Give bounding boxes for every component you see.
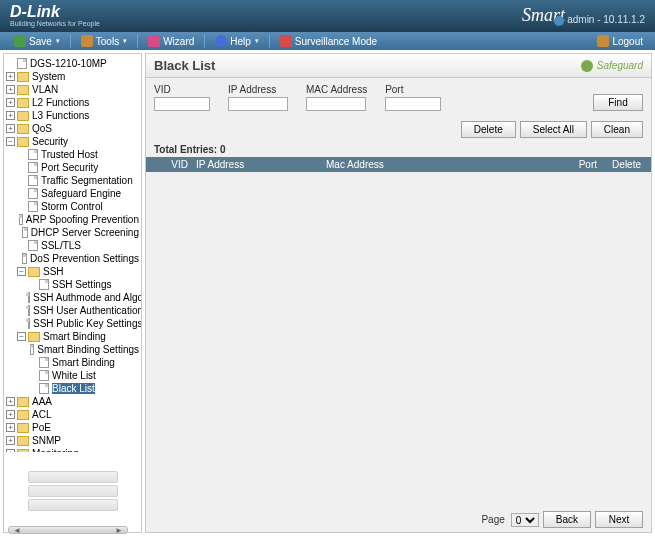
table-header: VID IP Address Mac Address Port Delete — [146, 157, 651, 172]
surveillance-menu[interactable]: Surveillance Mode — [272, 35, 385, 47]
expand-icon[interactable]: + — [6, 124, 15, 133]
filter-row: VID IP Address MAC Address Port Find — [146, 78, 651, 117]
tree-ssh-auth[interactable]: SSH Authmode and Algorithm — [6, 291, 139, 304]
help-menu[interactable]: Help▾ — [207, 35, 267, 47]
tree-acl[interactable]: +ACL — [6, 408, 139, 421]
tree-ssl[interactable]: SSL/TLS — [6, 239, 139, 252]
expand-icon[interactable]: + — [6, 436, 15, 445]
folder-icon — [17, 397, 29, 407]
expand-icon[interactable]: + — [6, 111, 15, 120]
col-mac: Mac Address — [322, 159, 561, 170]
page-select[interactable]: 01 — [511, 513, 539, 527]
chevron-down-icon: ▾ — [123, 37, 127, 45]
tree-sb-binding[interactable]: Smart Binding — [6, 356, 139, 369]
expand-icon[interactable]: + — [6, 72, 15, 81]
page-icon — [39, 383, 49, 394]
tree-poe[interactable]: +PoE — [6, 421, 139, 434]
ip-input[interactable] — [228, 97, 288, 111]
folder-icon — [17, 85, 29, 95]
content-panel: Black List Safeguard VID IP Address MAC … — [145, 53, 652, 533]
col-ip: IP Address — [192, 159, 322, 170]
expand-icon[interactable]: + — [6, 85, 15, 94]
tree-traffic-seg[interactable]: Traffic Segmentation — [6, 174, 139, 187]
tree-safeguard[interactable]: Safeguard Engine — [6, 187, 139, 200]
page-icon — [28, 318, 30, 329]
tree-port-security[interactable]: Port Security — [6, 161, 139, 174]
tree-vlan[interactable]: +VLAN — [6, 83, 139, 96]
chevron-right-icon: ► — [115, 526, 123, 535]
chevron-down-icon: ▾ — [255, 37, 259, 45]
collapse-icon[interactable]: − — [17, 267, 26, 276]
menu-bar: Save▾ Tools▾ Wizard Help▾ Surveillance M… — [0, 32, 655, 50]
clean-button[interactable]: Clean — [591, 121, 643, 138]
expand-icon[interactable]: + — [6, 410, 15, 419]
port-input[interactable] — [385, 97, 441, 111]
expand-icon[interactable]: + — [6, 423, 15, 432]
tree-sb-black[interactable]: Black List — [6, 382, 139, 395]
page-icon — [28, 162, 38, 173]
chevron-left-icon: ◄ — [13, 526, 21, 535]
admin-info: admin - 10.11.1.2 — [554, 14, 645, 26]
tree-ssh-settings[interactable]: SSH Settings — [6, 278, 139, 291]
nav-sidebar: DGS-1210-10MP +System +VLAN +L2 Function… — [3, 53, 142, 533]
page-icon — [22, 227, 28, 238]
tree-qos[interactable]: +QoS — [6, 122, 139, 135]
tree-ssh-pub[interactable]: SSH Public Key Settings — [6, 317, 139, 330]
collapse-icon[interactable]: − — [17, 332, 26, 341]
col-delete: Delete — [601, 159, 645, 170]
tree-trusted-host[interactable]: Trusted Host — [6, 148, 139, 161]
ip-label: IP Address — [228, 84, 288, 95]
tree-snmp[interactable]: +SNMP — [6, 434, 139, 447]
tree-l2[interactable]: +L2 Functions — [6, 96, 139, 109]
tree-storm[interactable]: Storm Control — [6, 200, 139, 213]
tree-device[interactable]: DGS-1210-10MP — [6, 57, 139, 70]
help-icon — [215, 35, 227, 47]
page-icon — [30, 344, 34, 355]
folder-icon — [28, 332, 40, 342]
collapse-icon[interactable]: − — [6, 137, 15, 146]
tree-l3[interactable]: +L3 Functions — [6, 109, 139, 122]
col-port: Port — [561, 159, 601, 170]
col-vid: VID — [152, 159, 192, 170]
tree-sb-white[interactable]: White List — [6, 369, 139, 382]
vid-label: VID — [154, 84, 210, 95]
mac-input[interactable] — [306, 97, 366, 111]
tree-smart-binding[interactable]: −Smart Binding — [6, 330, 139, 343]
expand-icon[interactable]: + — [6, 397, 15, 406]
find-button[interactable]: Find — [593, 94, 643, 111]
save-menu[interactable]: Save▾ — [6, 35, 68, 47]
wizard-icon — [148, 35, 160, 47]
total-entries: Total Entries: 0 — [146, 142, 651, 157]
tree-system[interactable]: +System — [6, 70, 139, 83]
tree-arp[interactable]: ARP Spoofing Prevention — [6, 213, 139, 226]
page-icon — [28, 149, 38, 160]
folder-icon — [17, 410, 29, 420]
select-all-button[interactable]: Select All — [520, 121, 587, 138]
folder-icon — [28, 267, 40, 277]
folder-icon — [17, 436, 29, 446]
page-label: Page — [481, 514, 504, 525]
brand-tagline: Building Networks for People — [10, 20, 100, 27]
chevron-down-icon: ▾ — [56, 37, 60, 45]
tree-sb-settings[interactable]: Smart Binding Settings — [6, 343, 139, 356]
back-button[interactable]: Back — [543, 511, 591, 528]
tools-menu[interactable]: Tools▾ — [73, 35, 135, 47]
tree-dos[interactable]: DoS Prevention Settings — [6, 252, 139, 265]
panel-title-bar: Black List Safeguard — [146, 54, 651, 78]
tree-ssh[interactable]: −SSH — [6, 265, 139, 278]
next-button[interactable]: Next — [595, 511, 643, 528]
folder-icon — [17, 423, 29, 433]
folder-icon — [17, 98, 29, 108]
delete-button[interactable]: Delete — [461, 121, 516, 138]
expand-icon[interactable]: + — [6, 98, 15, 107]
tree-aaa[interactable]: +AAA — [6, 395, 139, 408]
folder-icon — [17, 124, 29, 134]
wizard-menu[interactable]: Wizard — [140, 35, 202, 47]
tree-security[interactable]: −Security — [6, 135, 139, 148]
sidebar-resize-handle[interactable]: ◄ ► — [8, 526, 128, 534]
page-icon — [28, 305, 30, 316]
logout-button[interactable]: Logout — [591, 35, 649, 47]
tree-ssh-user[interactable]: SSH User Authentication Li — [6, 304, 139, 317]
tree-dhcp[interactable]: DHCP Server Screening — [6, 226, 139, 239]
vid-input[interactable] — [154, 97, 210, 111]
